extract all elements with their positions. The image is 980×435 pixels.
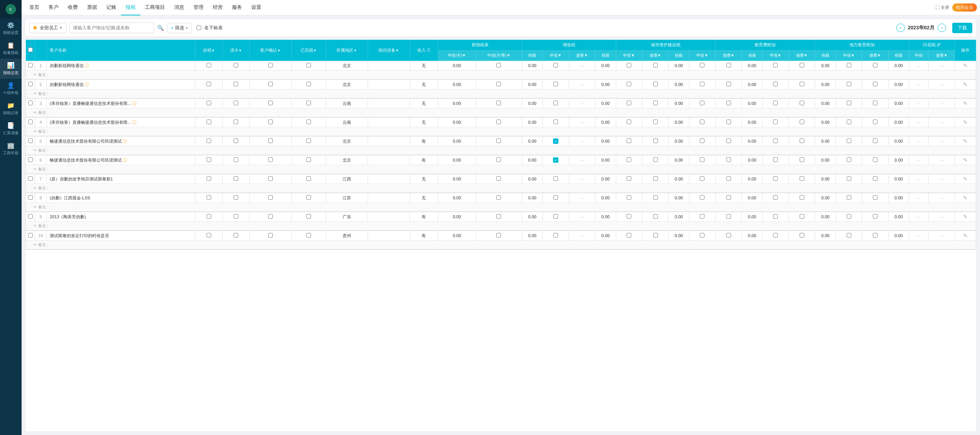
nav-manage[interactable]: 管理: [189, 0, 208, 15]
row-edu-pay2-5[interactable]: [789, 155, 815, 165]
row-city-pay-2[interactable]: [642, 98, 668, 108]
row-city-apply2-9[interactable]: [689, 231, 715, 241]
row-querenk-2[interactable]: [249, 98, 291, 108]
row-checkbox-1[interactable]: [26, 79, 35, 89]
row-local-pay-0[interactable]: [862, 61, 888, 71]
row-chaoshui-7[interactable]: [195, 193, 222, 203]
row-chaoshui-9[interactable]: [195, 231, 222, 241]
row-checkbox-7[interactable]: [26, 193, 35, 203]
row-city-pay-0[interactable]: [642, 61, 668, 71]
nav-operation[interactable]: 经营: [208, 0, 227, 15]
row-edu-pay2-0[interactable]: [789, 61, 815, 71]
row-edu-pay-0[interactable]: [716, 61, 742, 71]
row-edu-pay-5[interactable]: [716, 155, 742, 165]
row-edu-pay2-7[interactable]: [789, 193, 815, 203]
row-local-apply-6[interactable]: [835, 174, 862, 184]
row-edu-apply-6[interactable]: [762, 174, 788, 184]
row-city-pay-8[interactable]: [642, 212, 668, 222]
row-qingka-7[interactable]: [222, 193, 249, 203]
row-edu-pay2-4[interactable]: [789, 136, 815, 146]
row-edu-pay-6[interactable]: [716, 174, 742, 184]
row-wanshui-1[interactable]: [291, 79, 326, 89]
row-edu-pay-3[interactable]: [716, 117, 742, 127]
row-chaoshui-6[interactable]: [195, 174, 222, 184]
row-edu-apply-1[interactable]: [762, 79, 788, 89]
row-caibao-month-1[interactable]: [476, 79, 522, 89]
row-checkbox-5[interactable]: [26, 155, 35, 165]
row-checkbox-4[interactable]: [26, 136, 35, 146]
row-checkbox-8[interactable]: [26, 212, 35, 222]
sidebar-item-baoshui-shezhi[interactable]: ⚙️ 报税设置: [0, 19, 22, 39]
row-city-pay-1[interactable]: [642, 79, 668, 89]
row-chaoshui-5[interactable]: [195, 155, 222, 165]
row-local-apply-9[interactable]: [835, 231, 862, 241]
row-querenk-9[interactable]: [249, 231, 291, 241]
row-edu-pay2-6[interactable]: [789, 174, 815, 184]
row-edu-pay2-1[interactable]: [789, 79, 815, 89]
nav-accounting[interactable]: 记账: [102, 0, 121, 15]
row-city-apply-6[interactable]: [616, 174, 642, 184]
row-city-apply2-2[interactable]: [689, 98, 715, 108]
row-local-pay-7[interactable]: [862, 193, 888, 203]
row-vat-apply-0[interactable]: [543, 61, 569, 71]
select-all-checkbox[interactable]: [28, 47, 33, 52]
row-edu-apply-4[interactable]: [762, 136, 788, 146]
row-querenk-7[interactable]: [249, 193, 291, 203]
edit-icon-2[interactable]: ✎: [963, 100, 968, 106]
row-edu-apply-7[interactable]: [762, 193, 788, 203]
row-city-apply2-6[interactable]: [689, 174, 715, 184]
row-checkbox-9[interactable]: [26, 231, 35, 241]
row-edu-apply-9[interactable]: [762, 231, 788, 241]
row-vat-apply-9[interactable]: [543, 231, 569, 241]
row-city-apply-4[interactable]: [616, 136, 642, 146]
row-city-apply-1[interactable]: [616, 79, 642, 89]
nav-service[interactable]: 服务: [227, 0, 247, 15]
row-vat-apply-1[interactable]: [543, 79, 569, 89]
sidebar-item-piliang-baoshui[interactable]: 📋 批量报税: [0, 39, 22, 59]
row-caibao-month-2[interactable]: [476, 98, 522, 108]
row-caibao-month-7[interactable]: [476, 193, 522, 203]
row-checkbox-3[interactable]: [26, 117, 35, 127]
row-city-pay-3[interactable]: [642, 117, 668, 127]
row-chaoshui-2[interactable]: [195, 98, 222, 108]
row-local-pay-2[interactable]: [862, 98, 888, 108]
tag-checkbox[interactable]: [197, 25, 201, 30]
next-month-btn[interactable]: ›: [938, 24, 946, 32]
employee-filter[interactable]: 全部员工 ▾: [29, 23, 66, 33]
edit-icon-9[interactable]: ✎: [963, 233, 968, 239]
row-edit-0[interactable]: ✎: [955, 61, 976, 71]
row-checkbox-2[interactable]: [26, 98, 35, 108]
row-city-pay-4[interactable]: [642, 136, 668, 146]
row-chaoshui-8[interactable]: [195, 212, 222, 222]
row-local-pay-6[interactable]: [862, 174, 888, 184]
edit-icon-0[interactable]: ✎: [963, 62, 968, 69]
row-vat-apply-4[interactable]: [543, 136, 569, 146]
row-edit-7[interactable]: ✎: [955, 193, 976, 203]
row-city-pay-7[interactable]: [642, 193, 668, 203]
row-edu-pay2-3[interactable]: [789, 117, 815, 127]
row-edit-3[interactable]: ✎: [955, 117, 976, 127]
sidebar-item-geshui-shenbao[interactable]: 👤 个税申报: [0, 79, 22, 99]
row-vat-apply-2[interactable]: [543, 98, 569, 108]
row-city-apply-9[interactable]: [616, 231, 642, 241]
row-wanshui-9[interactable]: [291, 231, 326, 241]
row-city-apply-5[interactable]: [616, 155, 642, 165]
row-edu-pay2-9[interactable]: [789, 231, 815, 241]
nav-business[interactable]: 工商项目: [140, 0, 170, 15]
row-edit-5[interactable]: ✎: [955, 155, 976, 165]
row-edit-9[interactable]: ✎: [955, 231, 976, 241]
row-qingka-2[interactable]: [222, 98, 249, 108]
row-local-apply-7[interactable]: [835, 193, 862, 203]
row-checkbox-0[interactable]: [26, 61, 35, 71]
row-vat-apply-7[interactable]: [543, 193, 569, 203]
row-local-apply-4[interactable]: [835, 136, 862, 146]
row-city-pay-5[interactable]: [642, 155, 668, 165]
row-qingka-5[interactable]: [222, 155, 249, 165]
row-edu-pay-2[interactable]: [716, 98, 742, 108]
row-caibao-month-8[interactable]: [476, 212, 522, 222]
row-local-apply-1[interactable]: [835, 79, 862, 89]
row-edit-8[interactable]: ✎: [955, 212, 976, 222]
row-local-pay-1[interactable]: [862, 79, 888, 89]
edit-icon-4[interactable]: ✎: [963, 138, 968, 144]
row-edu-apply-5[interactable]: [762, 155, 788, 165]
